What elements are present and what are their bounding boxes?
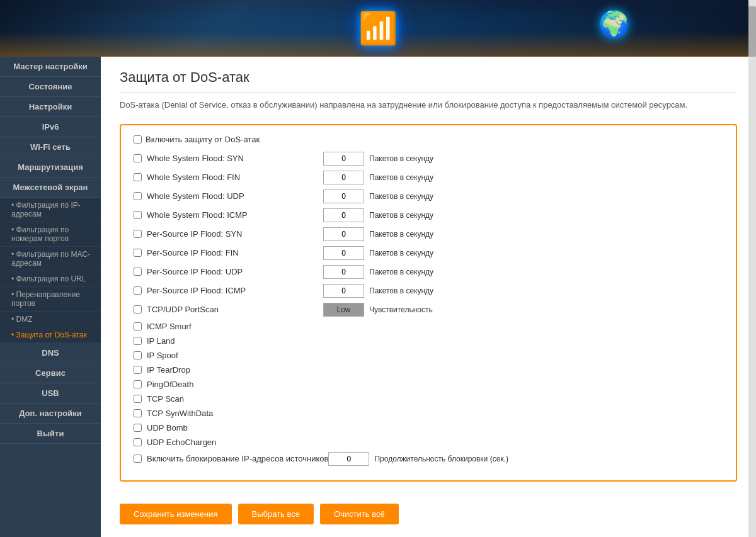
sidebar-item-url-filter[interactable]: Фильтрация по URL [0, 271, 101, 287]
sidebar-item-routing[interactable]: Маршрутизация [0, 157, 101, 178]
checkbox-udp-echochargen[interactable] [134, 438, 142, 446]
label-wsf-icmp: Whole System Flood: ICMP [147, 210, 323, 220]
checkbox-tcp-scan[interactable] [134, 395, 142, 403]
enable-dos-label[interactable]: Включить защиту от DoS-атак [146, 135, 260, 144]
checkbox-wsf-syn[interactable] [134, 154, 142, 162]
checkbox-ip-teardrop[interactable] [134, 366, 142, 374]
label-ip-teardrop: IP TearDrop [147, 365, 190, 375]
simple-row-tcp-synwithdata: TCP SynWithData [134, 409, 723, 418]
label-psif-udp: Per-Source IP Flood: UDP [147, 267, 323, 276]
block-ip-row: Включить блокирование IP-адресов источни… [134, 452, 723, 466]
checkbox-ip-land[interactable] [134, 337, 142, 345]
simple-row-ip-land: IP Land [134, 336, 723, 346]
input-psif-fin[interactable] [323, 246, 364, 260]
simple-row-udp-echochargen: UDP EchoChargen [134, 438, 723, 447]
unit-psif-udp: Пакетов в секунду [369, 268, 433, 276]
sidebar-item-master-settings[interactable]: Мастер настройки [0, 57, 101, 77]
sidebar-item-dmz[interactable]: DMZ [0, 312, 101, 327]
content-area: Защита от DoS-атак DoS-атака (Denial of … [101, 57, 756, 537]
checkbox-icmp-smurf[interactable] [134, 322, 142, 331]
checkbox-wsf-udp[interactable] [134, 192, 142, 200]
label-icmp-smurf: ICMP Smurf [147, 322, 192, 331]
flood-row-wsf-icmp: Whole System Flood: ICMP Пакетов в секун… [134, 208, 723, 222]
sidebar-item-dos-protection[interactable]: Защита от DoS-атак [0, 327, 101, 343]
portscan-input[interactable] [323, 303, 364, 317]
unit-wsf-icmp: Пакетов в секунду [369, 211, 433, 220]
input-wsf-icmp[interactable] [323, 208, 364, 222]
scrollbar-thumb[interactable] [748, 6, 756, 57]
sidebar-item-extra[interactable]: Доп. настройки [0, 404, 101, 424]
sidebar-item-ip-filter[interactable]: Фильтрация по IP-адресам [0, 198, 101, 222]
sidebar-item-settings[interactable]: Настройки [0, 97, 101, 117]
flood-options: Whole System Flood: SYN Пакетов в секунд… [134, 152, 723, 298]
sidebar-item-usb[interactable]: USB [0, 383, 101, 404]
label-tcp-scan: TCP Scan [147, 394, 184, 404]
flood-row-psif-fin: Per-Source IP Flood: FIN Пакетов в секун… [134, 246, 723, 260]
checkbox-wsf-icmp[interactable] [134, 211, 142, 219]
sidebar-item-port-forward[interactable]: Перенаправление портов [0, 287, 101, 312]
checkbox-psif-fin[interactable] [134, 249, 142, 257]
simple-row-ping-of-death: PingOfDeath [134, 380, 723, 389]
sidebar-item-dns[interactable]: DNS [0, 343, 101, 363]
sidebar: Мастер настройки Состояние Настройки IPv… [0, 57, 101, 537]
simple-row-tcp-scan: TCP Scan [134, 394, 723, 404]
sidebar-item-mac-filter[interactable]: Фильтрация по MAC-адресам [0, 247, 101, 271]
sidebar-item-status[interactable]: Состояние [0, 77, 101, 97]
input-wsf-syn[interactable] [323, 152, 364, 166]
checkbox-wsf-fin[interactable] [134, 173, 142, 181]
input-wsf-fin[interactable] [323, 171, 364, 184]
simple-row-udp-bomb: UDP Bomb [134, 423, 723, 432]
input-psif-icmp[interactable] [323, 284, 364, 298]
label-psif-icmp: Per-Source IP Flood: ICMP [147, 286, 323, 295]
sidebar-item-wifi[interactable]: Wi-Fi сеть [0, 137, 101, 157]
simple-row-ip-spoof: IP Spoof [134, 351, 723, 360]
page-title: Защита от DoS-атак [120, 69, 737, 93]
unit-psif-fin: Пакетов в секунду [369, 249, 433, 257]
checkbox-ping-of-death[interactable] [134, 380, 142, 388]
unit-psif-syn: Пакетов в секунду [369, 230, 433, 239]
sidebar-item-ipv6[interactable]: IPv6 [0, 117, 101, 137]
enable-dos-row: Включить защиту от DoS-атак [134, 135, 723, 144]
flood-row-psif-icmp: Per-Source IP Flood: ICMP Пакетов в секу… [134, 284, 723, 298]
scrollbar[interactable] [748, 0, 756, 537]
dos-protection-box: Включить защиту от DoS-атак Whole System… [120, 124, 737, 482]
block-ip-checkbox[interactable] [134, 455, 142, 463]
label-psif-fin: Per-Source IP Flood: FIN [147, 248, 323, 257]
simple-row-icmp-smurf: ICMP Smurf [134, 322, 723, 331]
block-ip-unit: Продолжительность блокировки (сек.) [374, 455, 508, 463]
label-udp-bomb: UDP Bomb [147, 423, 188, 432]
input-wsf-udp[interactable] [323, 189, 364, 203]
button-row: Сохранить изменения Выбрать все Очистить… [120, 497, 737, 531]
block-ip-label: Включить блокирование IP-адресов источни… [147, 454, 328, 463]
checkbox-udp-bomb[interactable] [134, 424, 142, 432]
unit-wsf-udp: Пакетов в секунду [369, 192, 433, 201]
unit-psif-icmp: Пакетов в секунду [369, 286, 433, 295]
header-banner: 📶 🌍 [0, 0, 756, 57]
label-psif-syn: Per-Source IP Flood: SYN [147, 229, 323, 239]
checkbox-psif-udp[interactable] [134, 268, 142, 276]
input-psif-syn[interactable] [323, 227, 364, 241]
checkbox-tcp-synwithdata[interactable] [134, 409, 142, 417]
unit-wsf-fin: Пакетов в секунду [369, 173, 433, 182]
select-all-button[interactable]: Выбрать все [238, 504, 314, 524]
save-button[interactable]: Сохранить изменения [120, 504, 232, 524]
checkbox-psif-icmp[interactable] [134, 286, 142, 295]
clear-all-button[interactable]: Очистить всё [320, 504, 399, 524]
portscan-label: TCP/UDP PortScan [147, 305, 323, 314]
input-psif-udp[interactable] [323, 265, 364, 279]
sidebar-item-logout[interactable]: Выйти [0, 424, 101, 444]
portscan-checkbox[interactable] [134, 305, 142, 314]
enable-dos-checkbox[interactable] [134, 135, 142, 144]
checkbox-psif-syn[interactable] [134, 230, 142, 238]
sidebar-item-service[interactable]: Сервис [0, 363, 101, 383]
flood-row-psif-udp: Per-Source IP Flood: UDP Пакетов в секун… [134, 265, 723, 279]
sidebar-item-firewall[interactable]: Межсетевой экран [0, 178, 101, 198]
block-ip-input[interactable] [328, 452, 369, 466]
simple-row-ip-teardrop: IP TearDrop [134, 365, 723, 375]
flood-row-wsf-syn: Whole System Flood: SYN Пакетов в секунд… [134, 152, 723, 166]
checkbox-ip-spoof[interactable] [134, 351, 142, 359]
page-description: DoS-атака (Denial of Service, отказ в об… [120, 99, 737, 111]
sidebar-item-port-filter[interactable]: Фильтрация по номерам портов [0, 222, 101, 247]
label-udp-echochargen: UDP EchoChargen [147, 438, 216, 447]
flood-row-wsf-fin: Whole System Flood: FIN Пакетов в секунд… [134, 171, 723, 184]
